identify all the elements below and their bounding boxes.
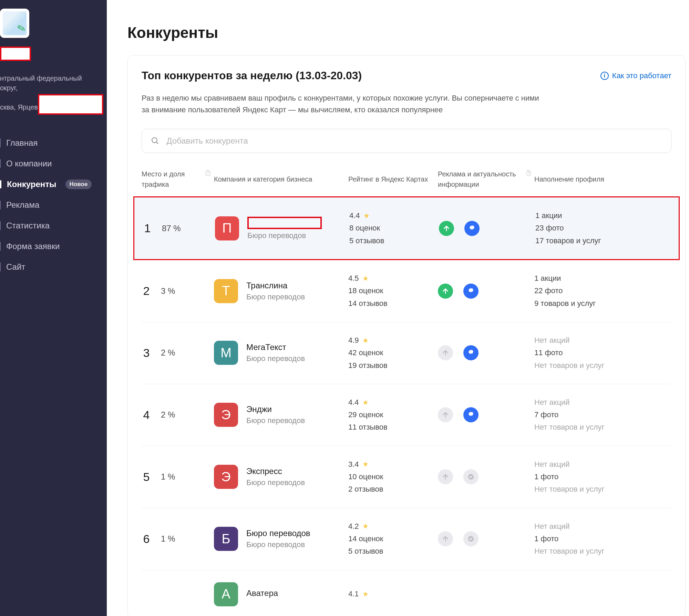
ads-active-icon[interactable]: [438, 284, 453, 299]
help-icon[interactable]: ?: [526, 170, 531, 176]
col-company: Т ТранслинаБюро переводов: [214, 279, 345, 303]
col-company: Б Бюро переводовБюро переводов: [214, 527, 345, 551]
col-company: М МегаТекстБюро переводов: [214, 341, 345, 365]
col-company: Э ЭкспрессБюро переводов: [214, 465, 345, 489]
sidebar-item-competitors[interactable]: Конкуренты Новое: [0, 174, 107, 195]
ads-active-icon[interactable]: [438, 345, 453, 360]
redacted-block-1: [0, 47, 31, 61]
col-ads: [439, 221, 532, 236]
info-verified-icon[interactable]: [463, 407, 479, 422]
sidebar-item-main[interactable]: Главная: [0, 133, 107, 153]
th-ads: Реклама и актуальность информации ?: [438, 169, 531, 189]
how-it-works-link[interactable]: i Как это работает: [600, 71, 671, 80]
col-rank: 1 87 %: [143, 222, 212, 235]
company-category: Бюро переводов: [246, 478, 305, 487]
star-icon: ★: [363, 210, 370, 222]
search-input[interactable]: [166, 136, 662, 146]
promo-count: 1 акции: [534, 272, 671, 285]
reviews-count: 5 отзывов: [348, 545, 434, 557]
rating-value: 4.4: [348, 396, 359, 409]
page-title: Конкуренты: [127, 24, 689, 41]
th-rank: Место и доля трафика ?: [142, 169, 210, 189]
rating-value: 4.9: [348, 334, 359, 347]
ratings-count: 8 оценок: [349, 222, 435, 234]
col-ads: [438, 531, 531, 546]
sidebar-item-stats[interactable]: Статистика: [0, 215, 107, 236]
info-icon: i: [600, 72, 609, 80]
company-avatar: Б: [214, 527, 238, 551]
rank-number: 2: [142, 284, 151, 298]
sidebar-item-label: Реклама: [6, 200, 39, 210]
competitors-card: Топ конкурентов за неделю (13.03-20.03) …: [127, 55, 686, 616]
goods-count: 17 товаров и услуг: [535, 235, 670, 247]
search-box[interactable]: [142, 129, 671, 153]
sidebar-item-label: О компании: [6, 159, 52, 168]
promo-count: 1 акции: [535, 209, 670, 222]
table-row[interactable]: А Аватера4.1 ★: [142, 570, 671, 616]
col-fill: 1 акции 23 фото 17 товаров и услуг: [535, 209, 670, 247]
rank-number: 4: [142, 408, 151, 422]
company-avatar: А: [214, 582, 238, 606]
sidebar-menu: Главная О компании Конкуренты Новое Рекл…: [0, 133, 107, 277]
goods-count: 9 товаров и услуг: [534, 297, 671, 310]
rank-percent: 1 %: [161, 472, 175, 482]
company-category: Бюро переводов: [246, 354, 305, 363]
col-fill: Нет акций 11 фото Нет товаров и услуг: [534, 334, 671, 372]
help-icon[interactable]: ?: [205, 170, 210, 176]
sidebar-item-form[interactable]: Форма заявки: [0, 236, 107, 257]
photo-count: 1 фото: [534, 533, 671, 545]
main-content: Конкуренты Топ конкурентов за неделю (13…: [107, 0, 689, 616]
ads-active-icon[interactable]: [439, 221, 454, 236]
sidebar-item-label: Главная: [6, 138, 38, 148]
col-rank: 5 1 %: [142, 470, 210, 484]
info-verified-icon[interactable]: [463, 345, 479, 360]
th-rating: Рейтинг в Яндекс Картах: [348, 174, 434, 184]
rank-percent: 87 %: [162, 224, 181, 233]
th-fill: Наполнение профиля: [534, 174, 671, 184]
sidebar-item-label: Сайт: [6, 262, 25, 272]
table-row[interactable]: 4 2 %Э ЭнджиБюро переводов4.4 ★ 29 оцено…: [142, 384, 671, 446]
rank-percent: 2 %: [161, 410, 175, 420]
sidebar-item-about[interactable]: О компании: [0, 153, 107, 174]
info-verified-icon[interactable]: [463, 531, 479, 546]
search-icon: [151, 136, 160, 145]
col-rating: 4.2 ★ 14 оценок 5 отзывов: [348, 520, 434, 558]
info-verified-icon[interactable]: [464, 221, 480, 236]
table-header: Место и доля трафика ? Компания и катего…: [142, 169, 671, 197]
sidebar-item-ads[interactable]: Реклама: [0, 195, 107, 215]
card-title: Топ конкурентов за неделю (13.03-20.03): [142, 69, 362, 82]
rating-value: 4.5: [348, 272, 359, 285]
company-name: Экспресс: [246, 466, 305, 476]
col-rating: 4.4 ★ 29 оценок 11 отзывов: [348, 396, 434, 434]
col-rank: 2 3 %: [142, 284, 210, 298]
rank-number: 3: [142, 346, 151, 360]
ads-active-icon[interactable]: [438, 407, 453, 422]
company-logo[interactable]: [0, 9, 29, 38]
ads-active-icon[interactable]: [438, 531, 453, 546]
sidebar-item-site[interactable]: Сайт: [0, 257, 107, 277]
rating-value: 4.1: [348, 588, 359, 600]
rank-percent: 3 %: [161, 286, 175, 296]
company-category: Бюро переводов: [246, 540, 310, 549]
company-avatar: Э: [214, 403, 238, 427]
info-verified-icon[interactable]: [463, 284, 479, 299]
table-row[interactable]: 3 2 %М МегаТекстБюро переводов4.9 ★ 42 о…: [142, 322, 671, 384]
col-fill: Нет акций 1 фото Нет товаров и услуг: [534, 520, 671, 558]
table-row[interactable]: 5 1 %Э ЭкспрессБюро переводов3.4 ★ 10 оц…: [142, 446, 671, 508]
photo-count: 7 фото: [534, 409, 671, 421]
svg-line-1: [156, 142, 158, 144]
how-it-works-label: Как это работает: [612, 71, 671, 80]
table-row[interactable]: 2 3 %Т ТранслинаБюро переводов4.5 ★ 18 о…: [142, 260, 671, 322]
sidebar: нтральный федеральный округ, сква, Ярцев…: [0, 0, 107, 616]
table-row[interactable]: 1 87 %П Бюро переводов4.4 ★ 8 оценок 5 о…: [133, 196, 680, 260]
rating-value: 4.4: [349, 209, 360, 222]
ratings-count: 10 оценок: [348, 471, 434, 483]
col-company: А Аватера: [214, 582, 345, 606]
col-rating: 4.1 ★: [348, 588, 434, 600]
app-shell: нтральный федеральный округ, сква, Ярцев…: [0, 0, 689, 616]
table-row[interactable]: 6 1 %Б Бюро переводовБюро переводов4.2 ★…: [142, 508, 671, 570]
info-verified-icon[interactable]: [463, 469, 479, 484]
ads-active-icon[interactable]: [438, 469, 453, 484]
col-ads: [438, 469, 531, 484]
star-icon: ★: [362, 588, 369, 600]
